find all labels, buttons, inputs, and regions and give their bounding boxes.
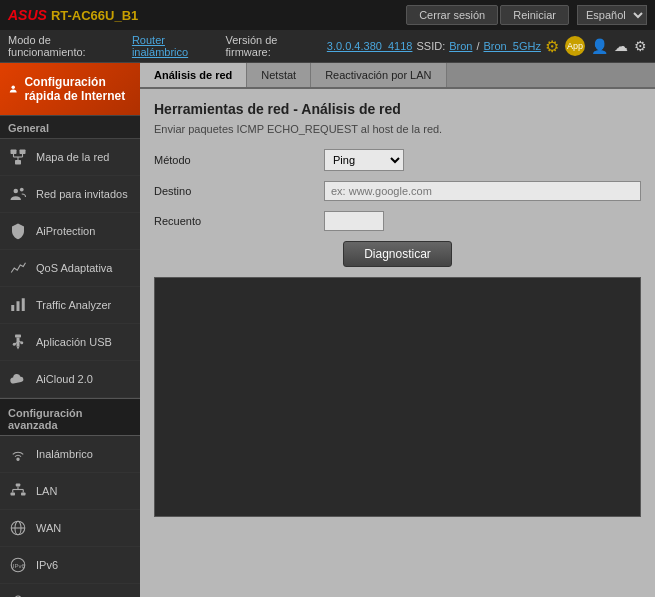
sidebar-item-aicloud[interactable]: AiCloud 2.0	[0, 361, 140, 398]
dest-input[interactable]	[324, 181, 641, 201]
svg-rect-12	[22, 298, 25, 311]
count-input[interactable]: 5	[324, 211, 384, 231]
sidebar-item-guest-network[interactable]: Red para invitados	[0, 176, 140, 213]
usb-icon	[8, 332, 28, 352]
sidebar-item-aiprotection[interactable]: AiProtection	[0, 213, 140, 250]
content-inner: Herramientas de red - Análisis de red En…	[140, 89, 655, 597]
method-row: Método PingTracerouteNSLookup	[154, 149, 641, 171]
count-control: 5	[324, 211, 641, 231]
tab-reactivacion-lan[interactable]: Reactivación por LAN	[311, 63, 446, 87]
main-layout: Configuración rápida de Internet General…	[0, 63, 655, 597]
settings-icon: ⚙	[634, 38, 647, 54]
sidebar-item-label: IPv6	[36, 559, 58, 571]
sidebar-item-usb-app[interactable]: Aplicación USB	[0, 324, 140, 361]
dest-control	[324, 181, 641, 201]
sidebar-item-label: Aplicación USB	[36, 336, 112, 348]
sidebar-item-label: Inalámbrico	[36, 448, 93, 460]
sidebar-item-label: Traffic Analyzer	[36, 299, 111, 311]
app-icon: App	[565, 36, 585, 56]
network-map-icon	[8, 147, 28, 167]
sidebar-item-wan[interactable]: WAN	[0, 510, 140, 547]
firmware-label: Versión de firmware:	[226, 34, 323, 58]
tab-bar: Análisis de red Netstat Reactivación por…	[140, 63, 655, 89]
wireless-icon	[8, 444, 28, 464]
firmware-value-link[interactable]: 3.0.0.4.380_4118	[327, 40, 413, 52]
svg-rect-10	[11, 305, 14, 311]
mode-label: Modo de funcionamiento:	[8, 34, 128, 58]
svg-rect-1	[11, 150, 17, 155]
svg-rect-11	[17, 301, 20, 311]
sidebar-item-label: AiProtection	[36, 225, 95, 237]
sidebar-header[interactable]: Configuración rápida de Internet	[0, 63, 140, 115]
aicloud-icon	[8, 369, 28, 389]
sidebar-item-label: Red para invitados	[36, 188, 128, 200]
asus-brand: ASUS	[8, 7, 47, 23]
general-section-label: General	[0, 115, 140, 139]
svg-rect-22	[11, 493, 16, 496]
ssid-2g-link[interactable]: Bron	[449, 40, 472, 52]
sidebar-item-vpn[interactable]: VPN	[0, 584, 140, 597]
sidebar-item-qos[interactable]: QoS Adaptativa	[0, 250, 140, 287]
svg-point-8	[14, 189, 19, 194]
svg-marker-19	[17, 347, 20, 350]
svg-point-9	[20, 188, 24, 192]
method-select[interactable]: PingTracerouteNSLookup	[324, 149, 404, 171]
tab-analisis-red[interactable]: Análisis de red	[140, 63, 247, 87]
sidebar-item-label: Mapa de la red	[36, 151, 109, 163]
cloud-icon: ☁	[614, 38, 628, 54]
wan-icon	[8, 518, 28, 538]
svg-rect-2	[20, 150, 26, 155]
sidebar-item-ipv6[interactable]: IPv6 IPv6	[0, 547, 140, 584]
notification-icon: ⚙	[545, 37, 559, 56]
traffic-analyzer-icon	[8, 295, 28, 315]
svg-point-0	[11, 86, 14, 89]
page-title: Herramientas de red - Análisis de red	[154, 101, 641, 117]
sidebar-item-label: WAN	[36, 522, 61, 534]
svg-rect-3	[15, 160, 21, 165]
sidebar-item-wireless[interactable]: Inalámbrico	[0, 436, 140, 473]
top-bar: ASUS RT-AC66U_B1 Cerrar sesión Reiniciar…	[0, 0, 655, 30]
logout-button[interactable]: Cerrar sesión	[406, 5, 498, 25]
sidebar-item-traffic-analyzer[interactable]: Traffic Analyzer	[0, 287, 140, 324]
sidebar-item-lan[interactable]: LAN	[0, 473, 140, 510]
dest-label: Destino	[154, 185, 324, 197]
svg-rect-21	[16, 484, 21, 487]
top-buttons: Cerrar sesión Reiniciar	[406, 5, 569, 25]
svg-rect-23	[21, 493, 26, 496]
page-description: Enviar paquetes ICMP ECHO_REQUEST al hos…	[154, 123, 641, 135]
method-control: PingTracerouteNSLookup	[324, 149, 641, 171]
diagnosticar-button[interactable]: Diagnosticar	[343, 241, 452, 267]
tab-netstat[interactable]: Netstat	[247, 63, 311, 87]
info-bar: Modo de funcionamiento: Router inalámbri…	[0, 30, 655, 63]
guest-network-icon	[8, 184, 28, 204]
logo: ASUS RT-AC66U_B1	[8, 7, 138, 23]
svg-text:IPv6: IPv6	[13, 563, 26, 569]
count-label: Recuento	[154, 215, 324, 227]
aiprotection-icon	[8, 221, 28, 241]
router-model: RT-AC66U_B1	[51, 8, 138, 23]
sidebar-header-label: Configuración rápida de Internet	[24, 75, 132, 103]
dest-row: Destino	[154, 181, 641, 201]
sidebar: Configuración rápida de Internet General…	[0, 63, 140, 597]
ssid-5g-link[interactable]: Bron_5GHz	[484, 40, 541, 52]
ssid-label: SSID:	[416, 40, 445, 52]
qos-icon	[8, 258, 28, 278]
info-icons: ⚙ App 👤 ☁ ⚙	[545, 36, 647, 56]
vpn-icon	[8, 592, 28, 597]
lan-icon	[8, 481, 28, 501]
svg-rect-13	[15, 335, 21, 338]
reboot-button[interactable]: Reiniciar	[500, 5, 569, 25]
language-select[interactable]: Español	[577, 5, 647, 25]
advanced-section-label: Configuración avanzada	[0, 398, 140, 436]
sidebar-item-network-map[interactable]: Mapa de la red	[0, 139, 140, 176]
output-textarea[interactable]	[154, 277, 641, 517]
sidebar-item-label: QoS Adaptativa	[36, 262, 112, 274]
count-row: Recuento 5	[154, 211, 641, 231]
user-icon: 👤	[591, 38, 608, 54]
content-area: Análisis de red Netstat Reactivación por…	[140, 63, 655, 597]
sidebar-item-label: LAN	[36, 485, 57, 497]
svg-point-20	[17, 458, 19, 460]
quick-config-icon	[8, 80, 18, 98]
sidebar-item-label: AiCloud 2.0	[36, 373, 93, 385]
mode-value-link[interactable]: Router inalámbrico	[132, 34, 222, 58]
